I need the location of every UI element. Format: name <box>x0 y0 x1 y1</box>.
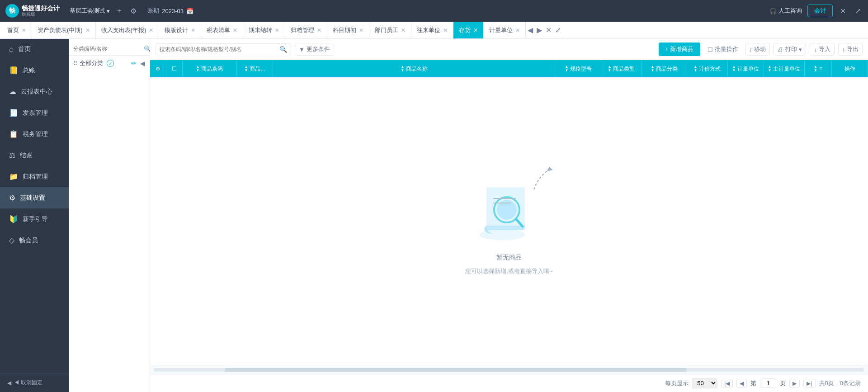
tab-archive[interactable]: 归档管理 ✕ <box>285 22 327 39</box>
sort-arrows: ▲▼ <box>565 65 569 72</box>
first-page-button[interactable]: |◀ <box>721 379 733 388</box>
product-search-input[interactable] <box>160 46 277 52</box>
tab-close-icon[interactable]: ✕ <box>443 27 448 33</box>
tab-taxlist[interactable]: 税表清单 ✕ <box>201 22 243 39</box>
th-type[interactable]: ▲▼ 商品类型 <box>601 60 642 77</box>
sidebar-item-archive[interactable]: 📁 归档管理 <box>0 166 69 187</box>
period-info: 账期 2023-03 📅 <box>147 7 193 15</box>
tab-income[interactable]: 收入支出表(年报) ✕ <box>96 22 160 39</box>
total-records: 共0页，0条记录 <box>819 379 861 387</box>
settings-button[interactable]: ⚙ <box>128 5 138 17</box>
service-button[interactable]: 🎧 人工咨询 <box>769 7 802 15</box>
settings-icon: ⚙ <box>9 194 15 202</box>
add-tab-button[interactable]: + <box>115 5 123 17</box>
sidebar-item-member[interactable]: ◇ 畅会员 <box>0 230 69 251</box>
th-category[interactable]: ▲▼ 商品分类 <box>642 60 687 77</box>
th-code[interactable]: ▲▼ 商品... <box>237 60 273 77</box>
tab-subject-init[interactable]: 科目期初 ✕ <box>327 22 369 39</box>
th-spec[interactable]: ▲▼ 规格型号 <box>556 60 601 77</box>
print-button[interactable]: 🖨 打印 ▾ <box>774 43 806 56</box>
sort-arrows: ▲▼ <box>608 65 612 72</box>
sort-arrows: ▲▼ <box>196 65 200 72</box>
th-main-unit[interactable]: ▲▼ 主计量单位 <box>764 60 805 77</box>
calendar-icon[interactable]: 📅 <box>186 8 193 14</box>
move-button[interactable]: ↕ 移动 <box>745 43 770 56</box>
maximize-button[interactable]: ⤢ <box>853 5 863 17</box>
pin-label: ◀ 取消固定 <box>14 379 42 387</box>
tab-period-close[interactable]: 期末结转 ✕ <box>243 22 285 39</box>
sort-arrows: ▲▼ <box>814 65 817 72</box>
all-category-label: 全部分类 <box>80 59 103 67</box>
logo-icon: 畅 <box>5 4 19 18</box>
headset-icon: 🎧 <box>769 8 777 14</box>
all-category-item[interactable]: ⠿ 全部分类 ✓ ✏ ◀ <box>69 56 150 71</box>
sidebar-item-invoice[interactable]: 🧾 发票管理 <box>0 102 69 123</box>
tab-template[interactable]: 模版设计 ✕ <box>159 22 201 39</box>
page-input[interactable] <box>760 378 776 388</box>
close-window-button[interactable]: ✕ <box>838 5 848 17</box>
logo-text: 畅捷通好会计 旗舰版 <box>22 5 60 18</box>
tab-close-icon[interactable]: ✕ <box>149 27 153 33</box>
th-price-mode[interactable]: ▲▼ 计价方式 <box>687 60 728 77</box>
prev-page-button[interactable]: ◀ <box>736 379 747 388</box>
tab-close-all-button[interactable]: ✕ <box>544 26 553 34</box>
tab-expand-button[interactable]: ⤢ <box>553 26 563 34</box>
th-settings[interactable]: ⚙ <box>150 60 166 77</box>
product-search-icon[interactable]: 🔍 <box>279 46 287 53</box>
new-product-button[interactable]: + 新增商品 <box>659 43 700 56</box>
tab-partner[interactable]: 往来单位 ✕ <box>411 22 453 39</box>
tab-home[interactable]: 首页 ✕ <box>2 22 32 39</box>
th-checkbox[interactable]: ☐ <box>166 60 183 77</box>
tab-close-icon[interactable]: ✕ <box>515 27 520 33</box>
horizontal-scrollbar[interactable] <box>150 365 868 374</box>
sidebar-pin-toggle[interactable]: ◀ ◀ 取消固定 <box>0 373 69 392</box>
tab-close-icon[interactable]: ✕ <box>275 27 279 33</box>
sidebar-item-ledger[interactable]: 📒 总账 <box>0 60 69 81</box>
product-search-bar: 🔍 <box>156 43 291 55</box>
sidebar-item-reports[interactable]: ☁ 云报表中心 <box>0 81 69 102</box>
sidebar-item-home[interactable]: ⌂ 首页 <box>0 39 69 60</box>
th-unit[interactable]: ▲▼ 计量单位 <box>728 60 764 77</box>
tab-unit[interactable]: 计量单位 ✕ <box>484 22 526 39</box>
import-button[interactable]: ↓ 导入 <box>810 43 835 56</box>
member-icon: ◇ <box>9 236 14 245</box>
archive-icon: 📁 <box>9 172 18 181</box>
dashed-arrow-svg <box>464 167 554 248</box>
category-search-input[interactable] <box>73 46 141 52</box>
account-badge[interactable]: 会计 <box>807 5 833 17</box>
tab-close-icon[interactable]: ✕ <box>473 27 478 33</box>
category-check-icon: ✓ <box>107 60 114 67</box>
tab-nav-right[interactable]: ▶ <box>535 26 544 34</box>
export-button[interactable]: ↑ 导出 <box>838 43 863 56</box>
tab-nav-left[interactable]: ◀ <box>526 26 535 34</box>
filter-button[interactable]: ▼ 更多条件 <box>295 43 334 56</box>
next-page-button[interactable]: ▶ <box>789 379 800 388</box>
scroll-thumb[interactable] <box>225 368 687 372</box>
tab-inventory[interactable]: 存货 ✕ <box>453 22 484 39</box>
tab-close-icon[interactable]: ✕ <box>359 27 363 33</box>
tab-close-icon[interactable]: ✕ <box>233 27 237 33</box>
sidebar-item-close[interactable]: ⚖ 结账 <box>0 145 69 166</box>
per-page-select[interactable]: 50 100 200 <box>692 378 717 388</box>
sidebar-label-invoice: 发票管理 <box>23 109 48 117</box>
tab-department[interactable]: 部门员工 ✕ <box>369 22 411 39</box>
sidebar-item-tax[interactable]: 📋 税务管理 <box>0 123 69 145</box>
last-page-button[interactable]: ▶| <box>803 379 815 388</box>
th-barcode[interactable]: ▲▼ 商品条码 <box>183 60 237 77</box>
tab-close-icon[interactable]: ✕ <box>22 27 26 33</box>
tab-balance-sheet[interactable]: 资产负债表(中期) ✕ <box>32 22 96 39</box>
tab-close-icon[interactable]: ✕ <box>317 27 321 33</box>
company-selector[interactable]: 基层工会测试 ▾ <box>70 7 110 15</box>
batch-button[interactable]: ☐ 批量操作 <box>704 43 742 55</box>
sidebar-item-settings[interactable]: ⚙ 基础设置 <box>0 187 69 208</box>
tab-close-icon[interactable]: ✕ <box>85 27 90 33</box>
sidebar-item-guide[interactable]: 🔰 新手引导 <box>0 208 69 230</box>
tab-close-icon[interactable]: ✕ <box>191 27 195 33</box>
edit-category-icon[interactable]: ✏ <box>131 60 137 67</box>
th-col3[interactable]: ▲▼ ≡ <box>805 60 832 77</box>
collapse-icon[interactable]: ◀ <box>140 60 145 67</box>
page-prefix-label: 第 <box>750 379 756 387</box>
app-subtitle: 旗舰版 <box>22 12 60 17</box>
tab-close-icon[interactable]: ✕ <box>401 27 406 33</box>
th-name[interactable]: ▲▼ 商品名称 <box>273 60 556 77</box>
